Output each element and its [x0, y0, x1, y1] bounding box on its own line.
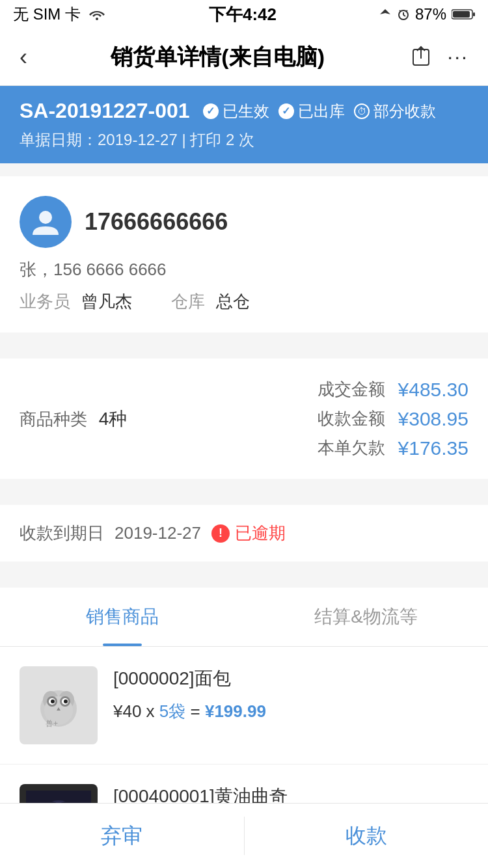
- share-icon[interactable]: [408, 44, 434, 70]
- status-left: 无 SIM 卡: [13, 4, 107, 25]
- svg-line-4: [403, 15, 405, 16]
- collect-button[interactable]: 收款: [245, 804, 489, 868]
- battery-percent: 87%: [415, 5, 446, 23]
- price-base-1: ¥40 x: [113, 701, 159, 721]
- svg-text:兽+: 兽+: [46, 719, 58, 728]
- separator-2: [0, 479, 488, 492]
- customer-phone: 17666666666: [85, 208, 228, 236]
- signal-text: 无 SIM 卡: [13, 4, 81, 25]
- badge-shipped-label: 已出库: [298, 101, 345, 122]
- badge-partial-label: 部分收款: [373, 101, 436, 122]
- svg-point-0: [96, 18, 98, 20]
- price-total-1: ¥199.99: [205, 701, 266, 721]
- kinds-value: 4种: [99, 409, 128, 429]
- amount-label: 成交金额: [318, 378, 385, 401]
- svg-marker-1: [380, 9, 390, 14]
- amount-row-1: 成交金额 ¥485.30: [318, 378, 468, 401]
- svg-point-22: [64, 699, 68, 703]
- separator-3: [0, 562, 488, 575]
- warehouse-label: 仓库: [171, 292, 205, 311]
- debt-label: 本单欠款: [318, 437, 385, 459]
- status-badges: ✓ 已生效 ✓ 已出库 ⏱ 部分收款: [203, 101, 436, 122]
- warehouse-value: 总仓: [216, 292, 250, 311]
- person-icon: [29, 206, 62, 238]
- status-bar: 无 SIM 卡 下午4:42 87%: [0, 0, 488, 29]
- due-label: 收款到期日: [20, 522, 104, 545]
- order-id: SA-20191227-001: [20, 99, 190, 123]
- collected-label: 收款金额: [318, 407, 385, 430]
- battery-icon: [452, 8, 475, 20]
- summary-section: 商品种类 4种 成交金额 ¥485.30 收款金额 ¥308.95 本单欠款 ¥…: [0, 359, 488, 479]
- badge-activated: ✓ 已生效: [203, 101, 269, 122]
- nav-right: ···: [408, 44, 468, 70]
- nav-left: ‹: [20, 44, 27, 71]
- amount-row-2: 收款金额 ¥308.95: [318, 407, 468, 430]
- summary-left: 商品种类 4种: [20, 378, 127, 459]
- customer-section: 17666666666 张，156 6666 6666 业务员 曾凡杰 仓库 总…: [0, 176, 488, 332]
- tab-settlement[interactable]: 结算&物流等: [244, 588, 488, 646]
- overdue-badge: ! 已逾期: [211, 522, 286, 545]
- product-info-1: [0000002]面包 ¥40 x 5袋 = ¥199.99: [113, 666, 468, 744]
- sales-value: 曾凡杰: [81, 292, 132, 311]
- svg-rect-8: [473, 12, 475, 16]
- badge-shipped: ✓ 已出库: [278, 101, 345, 122]
- avatar: [20, 196, 72, 248]
- badge-activated-label: 已生效: [223, 101, 269, 122]
- overdue-icon: !: [211, 524, 230, 543]
- warehouse-meta: 仓库 总仓: [171, 290, 250, 313]
- kinds-label: 商品种类: [20, 409, 87, 429]
- svg-line-5: [400, 10, 401, 12]
- collected-value: ¥308.95: [398, 408, 468, 430]
- customer-top: 17666666666: [20, 196, 468, 248]
- location-icon: [379, 8, 392, 21]
- svg-point-21: [51, 699, 55, 703]
- header-banner: SA-20191227-001 ✓ 已生效 ✓ 已出库 ⏱ 部分收款 单据日期：…: [0, 86, 488, 163]
- more-button[interactable]: ···: [447, 45, 468, 69]
- amount-row-3: 本单欠款 ¥176.35: [318, 437, 468, 459]
- sales-meta: 业务员 曾凡杰: [20, 290, 132, 313]
- amount-value: ¥485.30: [398, 379, 468, 401]
- reject-button[interactable]: 弃审: [0, 804, 244, 868]
- banner-sub: 单据日期：2019-12-27 | 打印 2 次: [20, 129, 468, 150]
- product-thumb-1: 兽+: [20, 666, 98, 744]
- check-icon-2: ✓: [278, 103, 294, 119]
- product-item-1: 兽+ [0000002]面包 ¥40 x 5袋 = ¥199.99: [0, 647, 488, 765]
- sales-label: 业务员: [20, 292, 70, 311]
- tab-products[interactable]: 销售商品: [0, 588, 244, 646]
- bottom-bar: 弃审 收款: [0, 803, 488, 868]
- nav-bar: ‹ 销货单详情(来自电脑) ···: [0, 29, 488, 86]
- tabs-header: 销售商品 结算&物流等: [0, 588, 488, 647]
- overdue-text: 已逾期: [235, 522, 286, 545]
- product-price-1: ¥40 x 5袋 = ¥199.99: [113, 700, 468, 723]
- clock-icon: ⏱: [354, 103, 370, 119]
- product-name-1: [0000002]面包: [113, 666, 468, 691]
- svg-line-6: [406, 10, 407, 12]
- due-section: 收款到期日 2019-12-27 ! 已逾期: [0, 505, 488, 562]
- status-right: 87%: [379, 5, 475, 23]
- customer-meta: 业务员 曾凡杰 仓库 总仓: [20, 290, 468, 313]
- due-date: 2019-12-27: [115, 523, 201, 543]
- separator-1: [0, 332, 488, 346]
- debt-value: ¥176.35: [398, 437, 468, 459]
- page-title: 销货单详情(来自电脑): [111, 42, 325, 72]
- badge-partial: ⏱ 部分收款: [354, 101, 436, 122]
- summary-right: 成交金额 ¥485.30 收款金额 ¥308.95 本单欠款 ¥176.35: [318, 378, 468, 459]
- wifi-icon: [87, 8, 107, 21]
- svg-point-12: [39, 211, 52, 224]
- price-qty-1: 5袋: [159, 701, 185, 721]
- alarm-icon: [397, 8, 410, 21]
- product-kinds: 商品种类 4种: [20, 407, 127, 431]
- customer-name: 张，156 6666 6666: [20, 258, 468, 281]
- price-equals-1: =: [191, 701, 205, 721]
- status-time: 下午4:42: [209, 3, 277, 26]
- owl-icon: 兽+: [33, 679, 85, 731]
- svg-rect-9: [453, 11, 470, 18]
- back-button[interactable]: ‹: [20, 44, 27, 71]
- check-icon-1: ✓: [203, 103, 219, 119]
